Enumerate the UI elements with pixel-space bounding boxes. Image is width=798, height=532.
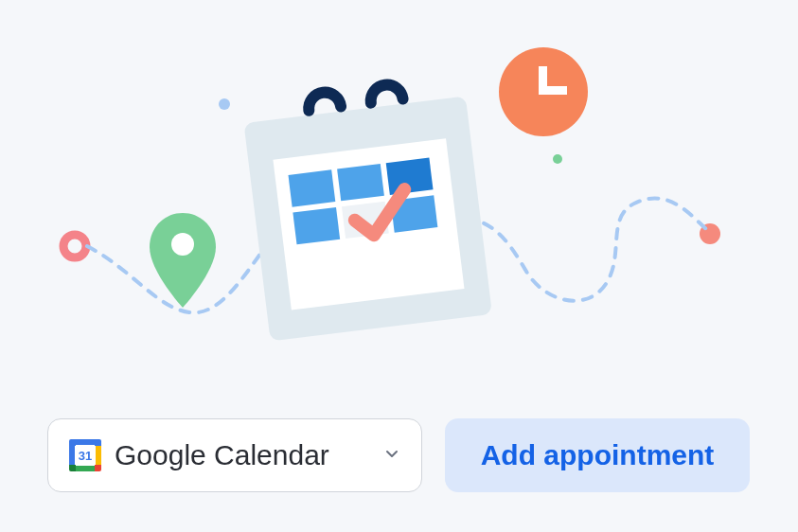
svg-rect-13 — [293, 207, 340, 244]
calendar-illustration — [0, 28, 798, 369]
calendar-icon-day: 31 — [79, 449, 92, 463]
svg-point-2 — [63, 235, 86, 257]
add-appointment-button[interactable]: Add appointment — [445, 418, 750, 492]
svg-point-0 — [219, 98, 230, 110]
calendar-provider-dropdown[interactable]: 31 Google Calendar — [47, 418, 422, 492]
add-appointment-label: Add appointment — [481, 439, 715, 471]
clock-icon — [499, 47, 588, 136]
svg-rect-10 — [288, 169, 335, 206]
svg-point-1 — [553, 154, 562, 164]
svg-point-4 — [171, 233, 194, 256]
dropdown-selected-label: Google Calendar — [115, 439, 383, 471]
svg-rect-11 — [337, 164, 384, 201]
svg-rect-7 — [539, 86, 567, 95]
chevron-down-icon — [383, 445, 400, 466]
google-calendar-icon: 31 — [69, 439, 101, 471]
location-pin-icon — [150, 213, 216, 308]
